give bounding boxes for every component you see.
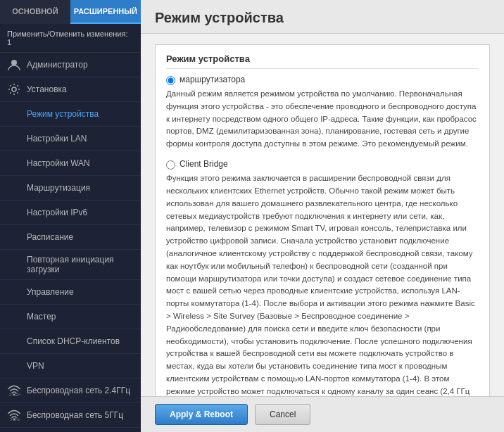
- sidebar-item-reboot-label: Повторная инициация загрузки: [27, 255, 134, 274]
- sidebar-item-wan-label: Настройки WAN: [27, 158, 90, 168]
- svg-text:5 GHz: 5 GHz: [10, 417, 20, 421]
- svg-text:2.4 GHz: 2.4 GHz: [9, 393, 20, 396]
- wifi-5-icon: 5 GHz: [7, 408, 21, 422]
- sidebar-item-lan[interactable]: Настройки LAN: [0, 127, 141, 151]
- device-mode-box-title: Режим устройства: [166, 53, 479, 69]
- sidebar-item-reboot[interactable]: Повторная инициация загрузки: [0, 250, 141, 280]
- main-content: Режим устройства Режим устройства маршру…: [141, 0, 504, 432]
- sidebar-item-management-label: Управление: [27, 287, 74, 297]
- content-area: Режим устройства маршрутизатора Данный р…: [141, 34, 504, 396]
- cancel-button[interactable]: Cancel: [255, 404, 310, 425]
- sidebar-item-wan[interactable]: Настройки WAN: [0, 151, 141, 176]
- page-header: Режим устройства: [141, 0, 504, 34]
- sidebar-item-wifi24[interactable]: 2.4 GHz Беспроводная сеть 2.4ГГц: [0, 379, 141, 403]
- apply-changes-label: Применить/Отменить изменения: 1: [0, 24, 141, 53]
- mode1-label: маршрутизатора: [179, 75, 245, 84]
- tab-basic[interactable]: ОСНОВНОЙ: [0, 0, 70, 24]
- sidebar-item-admin-label: Администратор: [27, 60, 88, 70]
- sidebar-item-setup-label: Установка: [27, 84, 67, 94]
- sidebar-item-wifi24-label: Беспроводная сеть 2.4ГГц: [27, 386, 130, 395]
- sidebar-item-dhcp-label: Список DHCP-клиентов: [27, 336, 120, 346]
- sidebar-item-security[interactable]: Безопасность: [0, 428, 141, 432]
- sidebar-item-routing-label: Маршрутизация: [27, 183, 90, 193]
- sidebar-item-management[interactable]: Управление: [0, 280, 141, 305]
- svg-point-0: [11, 60, 17, 65]
- sidebar-item-schedule-label: Расписание: [27, 232, 73, 242]
- apply-reboot-button[interactable]: Apply & Reboot: [155, 404, 248, 425]
- mode1-description: Данный режим является режимом устройства…: [166, 88, 479, 151]
- mode1-radio[interactable]: [166, 76, 175, 85]
- gear-icon: [7, 82, 21, 96]
- person-icon: [7, 58, 21, 72]
- sidebar-item-device-mode[interactable]: Режим устройства: [0, 102, 141, 127]
- top-tabs: ОСНОВНОЙ РАСШИРЕННЫЙ: [0, 0, 141, 24]
- sidebar-item-wizard[interactable]: Мастер: [0, 305, 141, 329]
- sidebar-item-vpn[interactable]: VPN: [0, 354, 141, 379]
- sidebar-item-vpn-label: VPN: [27, 361, 44, 371]
- mode2-label: Client Bridge: [179, 159, 228, 169]
- sidebar: ОСНОВНОЙ РАСШИРЕННЫЙ Применить/Отменить …: [0, 0, 141, 432]
- tab-advanced[interactable]: РАСШИРЕННЫЙ: [70, 0, 141, 24]
- mode2-option: Client Bridge: [166, 159, 479, 170]
- footer-buttons: Apply & Reboot Cancel: [141, 396, 504, 432]
- sidebar-item-device-mode-label: Режим устройства: [27, 109, 99, 119]
- sidebar-item-ipv6[interactable]: Настройки IPv6: [0, 201, 141, 225]
- mode1-option: маршрутизатора: [166, 75, 479, 85]
- sidebar-item-ipv6-label: Настройки IPv6: [27, 208, 87, 217]
- sidebar-item-admin[interactable]: Администратор: [0, 53, 141, 77]
- sidebar-item-wizard-label: Мастер: [27, 312, 56, 322]
- svg-point-1: [12, 87, 16, 91]
- mode2-description: Функция этого режима заключается в расши…: [166, 172, 479, 396]
- sidebar-item-schedule[interactable]: Расписание: [0, 225, 141, 250]
- wifi-24-icon: 2.4 GHz: [7, 383, 21, 398]
- device-mode-box: Режим устройства маршрутизатора Данный р…: [155, 44, 490, 396]
- mode2-radio[interactable]: [166, 160, 175, 170]
- sidebar-item-lan-label: Настройки LAN: [27, 134, 87, 144]
- none-icon-device-mode: [7, 107, 21, 121]
- sidebar-item-wifi5-label: Беспроводная сеть 5ГГц: [27, 410, 123, 420]
- sidebar-item-routing[interactable]: Маршрутизация: [0, 176, 141, 201]
- sidebar-item-setup[interactable]: Установка: [0, 77, 141, 102]
- sidebar-item-dhcp[interactable]: Список DHCP-клиентов: [0, 329, 141, 354]
- sidebar-item-wifi5[interactable]: 5 GHz Беспроводная сеть 5ГГц: [0, 403, 141, 428]
- page-title: Режим устройства: [155, 10, 490, 26]
